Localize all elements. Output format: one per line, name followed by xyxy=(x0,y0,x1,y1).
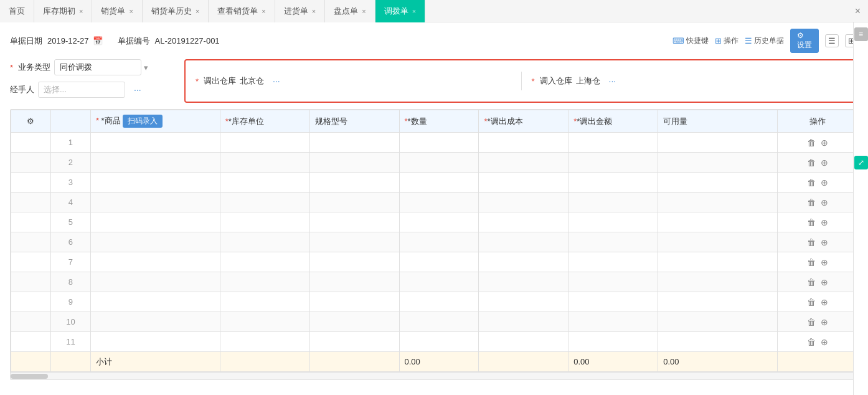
close-all-button[interactable]: × xyxy=(847,0,868,22)
handler-label: 经手人 xyxy=(10,84,34,95)
table-row: 11 🗑⊕ xyxy=(11,332,857,352)
copy-row-8[interactable]: ⊕ xyxy=(819,277,829,287)
tab-close-view-sales[interactable]: × xyxy=(262,7,265,15)
scan-button[interactable]: 扫码录入 xyxy=(123,115,163,128)
left-form: * 业务类型 同价调拨 ▾ 经手人 选择... ··· xyxy=(10,59,184,98)
transfer-in-field: * 调入仓库 上海仓 ··· xyxy=(532,75,847,87)
table-row: 2 🗑⊕ xyxy=(11,153,857,173)
tab-transfer[interactable]: 调拨单 × xyxy=(375,0,425,22)
business-type-dropdown-arrow[interactable]: ▾ xyxy=(144,63,148,72)
scroll-thumb[interactable] xyxy=(11,374,48,379)
col-gear-header[interactable]: ⚙ xyxy=(11,110,51,133)
delete-row-4[interactable]: 🗑 xyxy=(806,198,817,207)
delete-row-11[interactable]: 🗑 xyxy=(806,337,817,347)
col-available-header: 可用量 xyxy=(658,110,778,133)
horizontal-scrollbar[interactable] xyxy=(11,372,857,379)
delete-row-6[interactable]: 🗑 xyxy=(806,237,817,247)
tab-sales-history[interactable]: 销货单历史 × xyxy=(143,0,209,22)
copy-row-3[interactable]: ⊕ xyxy=(819,178,829,188)
tab-inventory-init[interactable]: 库存期初 × xyxy=(34,0,92,22)
transfer-out-ellipsis[interactable]: ··· xyxy=(273,76,280,86)
tab-close-sales-order[interactable]: × xyxy=(129,7,133,15)
transfer-out-label: 调出仓库 xyxy=(204,75,236,87)
col-qty-header: **数量 xyxy=(399,110,479,133)
business-type-label: 业务类型 xyxy=(18,62,50,73)
number-field: 单据编号 AL-20191227-001 xyxy=(118,36,220,47)
transfer-in-label: 调入仓库 xyxy=(540,75,572,87)
tab-close-purchase[interactable]: × xyxy=(312,7,316,15)
tab-close-transfer[interactable]: × xyxy=(412,7,416,15)
transfer-in-ellipsis[interactable]: ··· xyxy=(609,76,616,86)
transfer-out-star: * xyxy=(196,77,199,86)
table-row: 7 🗑⊕ xyxy=(11,252,857,272)
transfer-out-field: * 调出仓库 北京仓 ··· xyxy=(196,75,511,87)
table-row: 10 🗑⊕ xyxy=(11,312,857,332)
settings-icon: ⚙ xyxy=(797,31,812,40)
tab-home[interactable]: 首页 xyxy=(0,0,34,22)
number-value: AL-20191227-001 xyxy=(155,36,220,45)
business-type-select-wrapper: 同价调拨 ▾ xyxy=(54,59,148,75)
handler-input[interactable]: 选择... xyxy=(38,82,125,98)
copy-row-6[interactable]: ⊕ xyxy=(819,237,829,247)
history-btn[interactable]: ☰ 历史单据 xyxy=(745,36,784,46)
sidebar-list-icon[interactable]: ≡ xyxy=(854,27,868,41)
settings-button[interactable]: ⚙ 设置 xyxy=(790,29,819,53)
table-row: 1 🗑 ⊕ xyxy=(11,133,857,153)
table-row: 5 🗑⊕ xyxy=(11,212,857,232)
delete-row-5[interactable]: 🗑 xyxy=(806,217,817,227)
tab-stocktake[interactable]: 盘点单 × xyxy=(325,0,375,22)
copy-row-2[interactable]: ⊕ xyxy=(819,158,829,168)
data-table: ⚙ * *商品 扫码录入 **库存单位 规格型号 xyxy=(10,109,858,380)
delete-row-2[interactable]: 🗑 xyxy=(806,158,817,168)
shortcuts-btn[interactable]: ⌨ 快捷键 xyxy=(672,36,709,46)
transfer-in-value[interactable]: 上海仓 xyxy=(576,75,600,87)
tab-close-stocktake[interactable]: × xyxy=(362,7,366,15)
gear-icon[interactable]: ⚙ xyxy=(27,117,34,126)
tab-purchase[interactable]: 进货单 × xyxy=(275,0,325,22)
sidebar-expand-icon[interactable]: ⤢ xyxy=(854,156,868,169)
col-cost-header: **调出成本 xyxy=(479,110,568,133)
table-header-row: ⚙ * *商品 扫码录入 **库存单位 规格型号 xyxy=(11,110,857,133)
copy-row-7[interactable]: ⊕ xyxy=(819,257,829,267)
warehouse-form: * 调出仓库 北京仓 ··· * 调入仓库 上海仓 ··· xyxy=(184,59,858,103)
copy-row-1[interactable]: ⊕ xyxy=(819,138,829,148)
delete-row-3[interactable]: 🗑 xyxy=(806,178,817,188)
layout-toggle-btn[interactable]: ☰ xyxy=(825,34,839,47)
delete-row-7[interactable]: 🗑 xyxy=(806,257,817,267)
delete-row-8[interactable]: 🗑 xyxy=(806,277,817,287)
copy-row-11[interactable]: ⊕ xyxy=(819,337,829,347)
date-field: 单据日期 2019-12-27 📅 xyxy=(10,36,103,47)
copy-row-10[interactable]: ⊕ xyxy=(819,317,829,327)
date-label: 单据日期 xyxy=(10,36,42,47)
transfer-in-star: * xyxy=(532,77,535,86)
right-sidebar: ≡ ⤢ xyxy=(853,22,868,395)
tab-close-inventory-init[interactable]: × xyxy=(79,7,83,15)
col-amount-header: **调出金额 xyxy=(568,110,658,133)
copy-row-5[interactable]: ⊕ xyxy=(819,217,829,227)
handler-ellipsis[interactable]: ··· xyxy=(134,85,141,95)
business-type-field: * 业务类型 同价调拨 ▾ xyxy=(10,59,174,75)
subtotal-qty: 0.00 xyxy=(399,352,479,372)
col-index-header xyxy=(50,110,90,133)
delete-row-9[interactable]: 🗑 xyxy=(806,297,817,307)
business-required-star: * xyxy=(10,63,13,72)
business-type-value[interactable]: 同价调拨 xyxy=(54,59,141,75)
handler-field: 经手人 选择... ··· xyxy=(10,82,174,98)
calendar-icon[interactable]: 📅 xyxy=(93,36,103,45)
warehouse-divider xyxy=(521,72,522,90)
delete-row-1[interactable]: 🗑 xyxy=(806,138,817,148)
operations-btn[interactable]: ⊞ 操作 xyxy=(715,36,738,46)
tab-close-sales-history[interactable]: × xyxy=(196,7,199,15)
table-row: 6 🗑⊕ xyxy=(11,232,857,252)
delete-row-10[interactable]: 🗑 xyxy=(806,317,817,327)
table-row: 9 🗑⊕ xyxy=(11,292,857,312)
copy-row-4[interactable]: ⊕ xyxy=(819,198,829,207)
col-goods-header: * *商品 扫码录入 xyxy=(90,110,220,133)
tab-view-sales[interactable]: 查看销货单 × xyxy=(209,0,275,22)
copy-row-9[interactable]: ⊕ xyxy=(819,297,829,307)
tab-sales-order[interactable]: 销货单 × xyxy=(92,0,142,22)
header-right: ⌨ 快捷键 ⊞ 操作 ☰ 历史单据 ⚙ 设置 ☰ xyxy=(672,29,858,53)
tab-bar: 首页 库存期初 × 销货单 × 销货单历史 × 查看销货单 × 进货单 × 盘点… xyxy=(0,0,868,22)
transfer-out-value[interactable]: 北京仓 xyxy=(240,75,264,87)
table-row: 4 🗑⊕ xyxy=(11,193,857,212)
